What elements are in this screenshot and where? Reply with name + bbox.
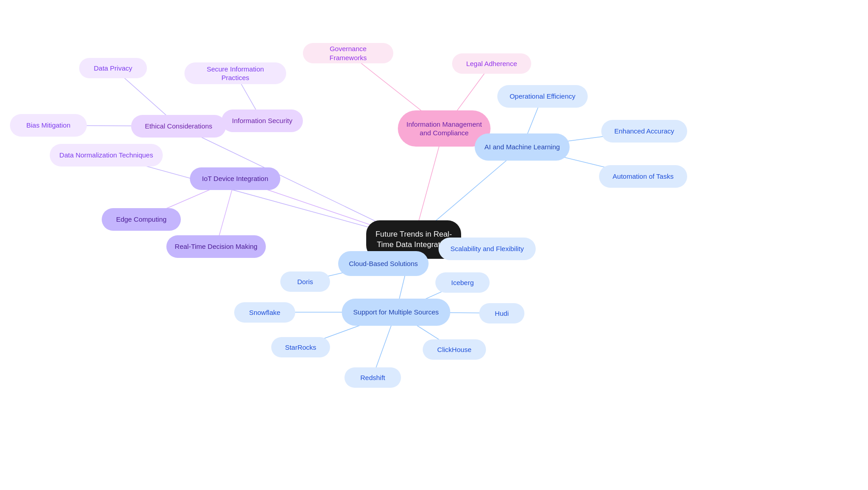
node-iot-device: IoT Device Integration	[190, 167, 280, 190]
node-scalability: Scalability and Flexibility	[439, 238, 536, 260]
node-ethical: Ethical Considerations	[131, 115, 226, 138]
node-data-privacy: Data Privacy	[79, 58, 147, 78]
node-bias-mitigation: Bias Mitigation	[10, 114, 87, 137]
node-snowflake: Snowflake	[234, 302, 295, 323]
node-info-security: Information Security	[222, 109, 303, 132]
node-support-multiple: Support for Multiple Sources	[342, 299, 450, 326]
node-ai-ml: AI and Machine Learning	[475, 133, 570, 161]
node-enhanced-acc: Enhanced Accuracy	[601, 120, 687, 143]
node-realtime-decision: Real-Time Decision Making	[166, 235, 266, 258]
mindmap-container: Future Trends in Real-Time Data Integrat…	[0, 0, 868, 490]
node-secure-info: Secure Information Practices	[184, 62, 286, 84]
node-legal: Legal Adherence	[452, 53, 531, 74]
node-operational-eff: Operational Efficiency	[497, 85, 588, 108]
node-data-normalization: Data Normalization Techniques	[50, 144, 163, 167]
node-clickhouse: ClickHouse	[423, 339, 486, 360]
node-automation: Automation of Tasks	[599, 165, 687, 188]
node-cloud-based: Cloud-Based Solutions	[338, 251, 429, 276]
node-edge-computing: Edge Computing	[102, 208, 181, 231]
node-redshift: Redshift	[344, 367, 401, 388]
node-governance: Governance Frameworks	[303, 43, 393, 63]
node-starrocks: StarRocks	[271, 337, 330, 357]
node-doris: Doris	[280, 271, 330, 292]
node-hudi: Hudi	[479, 303, 524, 323]
node-iceberg: Iceberg	[435, 272, 490, 293]
